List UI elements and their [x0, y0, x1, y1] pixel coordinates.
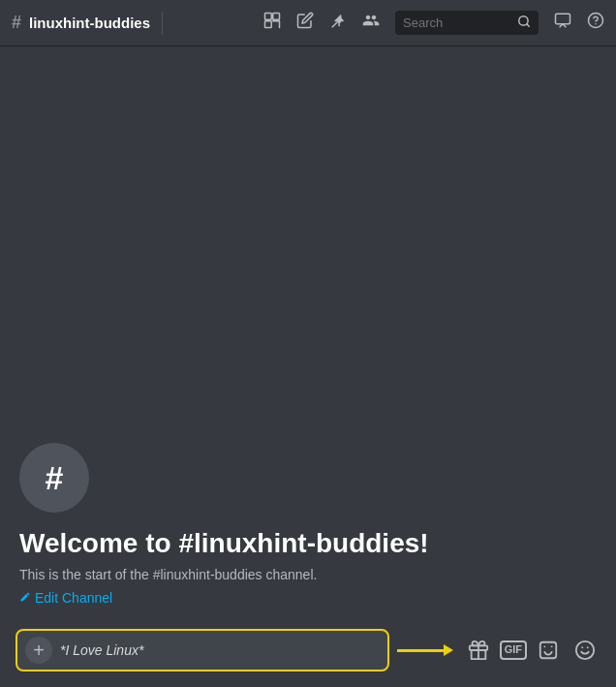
message-input[interactable] — [52, 631, 380, 670]
welcome-subtitle: This is the start of the #linuxhint-budd… — [19, 567, 597, 582]
messages-area: # Welcome to #linuxhint-buddies! This is… — [0, 47, 616, 621]
svg-rect-1 — [273, 14, 280, 20]
avatar-hash-icon: # — [46, 459, 64, 497]
emoji-icon-btn[interactable] — [570, 635, 601, 666]
divider — [162, 12, 163, 35]
channel-avatar: # — [19, 443, 89, 513]
gift-icon-btn[interactable] — [463, 635, 494, 666]
edit-channel-label: Edit Channel — [35, 590, 112, 606]
svg-line-4 — [527, 24, 530, 27]
welcome-section: # Welcome to #linuxhint-buddies! This is… — [0, 423, 616, 621]
edit-icon[interactable] — [296, 12, 314, 34]
search-placeholder-text: Search — [403, 16, 511, 30]
arrow-indicator — [397, 649, 455, 652]
threads-icon[interactable] — [263, 12, 281, 34]
svg-rect-10 — [540, 642, 557, 659]
help-icon[interactable] — [587, 12, 604, 34]
welcome-title: Welcome to #linuxhint-buddies! — [19, 528, 597, 559]
top-toolbar: Search — [263, 11, 604, 35]
svg-rect-5 — [556, 14, 570, 24]
message-input-wrapper: + — [15, 629, 389, 671]
search-icon — [517, 15, 531, 31]
pin-icon[interactable] — [329, 12, 347, 34]
members-icon[interactable] — [362, 12, 380, 34]
inbox-icon[interactable] — [554, 12, 571, 34]
main-content: # Welcome to #linuxhint-buddies! This is… — [0, 47, 616, 687]
search-box[interactable]: Search — [395, 11, 539, 35]
input-area: + GIF — [0, 621, 616, 687]
add-button[interactable]: + — [25, 637, 52, 664]
channel-title: linuxhint-buddies — [29, 15, 150, 31]
edit-channel-link[interactable]: Edit Channel — [19, 590, 112, 606]
input-right-icons: GIF — [463, 635, 601, 666]
sticker-icon-btn[interactable] — [533, 635, 564, 666]
top-bar: # linuxhint-buddies — [0, 0, 616, 47]
gif-button[interactable]: GIF — [500, 640, 527, 659]
channel-hash-icon: # — [12, 13, 21, 33]
pencil-icon — [19, 591, 31, 606]
svg-rect-0 — [265, 14, 272, 20]
svg-point-13 — [576, 641, 594, 659]
svg-rect-2 — [265, 21, 272, 28]
